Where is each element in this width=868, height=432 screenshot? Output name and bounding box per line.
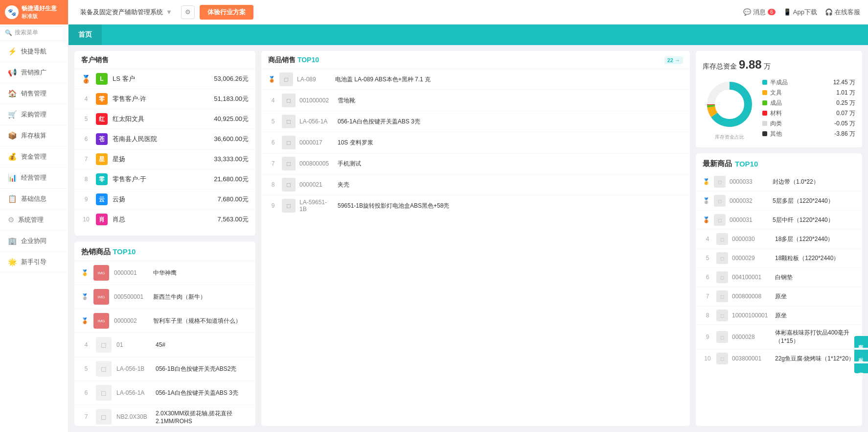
newest-products-list: 🥇 ◻ 0000033 封边带（1.0*22） 🥈 ◻ 0000032 5层多层… xyxy=(696,172,862,368)
logo-icon: 🐾 xyxy=(5,5,19,19)
sidebar-logo: 🐾 畅捷通好生意 标准版 xyxy=(0,0,68,24)
legend-item-1: 文具 1.01 万 xyxy=(762,89,855,97)
marketing-icon: 📢 xyxy=(8,68,17,77)
newest-img-1: ◻ xyxy=(714,176,726,188)
customer-row-9: 9 云 云扬 7,680.00元 xyxy=(74,190,255,210)
tab-home[interactable]: 首页 xyxy=(69,24,102,45)
newest-row-5: 5 ◻ 0000029 18颗粒板（1220*2440） xyxy=(696,249,862,268)
legend-dot-0 xyxy=(762,80,767,85)
sidebar-item-basic-info[interactable]: 📋 基础信息 xyxy=(0,189,68,210)
product-sales-panel: 商品销售 TOP10 22 → 🥉 ◻ LA-089 电池盖 LA-089 AB… xyxy=(261,51,690,426)
product-img-8: ◻ xyxy=(282,178,296,192)
product-row-8: 8 ◻ 0000021 夹壳 xyxy=(261,174,690,195)
customer-row-4: 4 零 零售客户·许 51,183.00元 xyxy=(74,89,255,109)
sidebar-item-enterprise[interactable]: 🏢 企业协同 xyxy=(0,231,68,252)
hot-product-4: 4 ◻ 01 45# xyxy=(74,333,255,357)
float-service-community[interactable]: 服务社区 xyxy=(854,350,868,361)
newest-img-3: ◻ xyxy=(714,214,726,226)
product-row-4: 4 ◻ 001000002 雪地靴 xyxy=(261,90,690,111)
sidebar-item-purchase[interactable]: 🛒 采购管理 xyxy=(0,104,68,125)
customer-badge-xiao: 肖 xyxy=(96,214,108,225)
sidebar-item-operations[interactable]: 📊 经营管理 xyxy=(0,168,68,189)
legend-item-4: 肉类 -0.05 万 xyxy=(762,120,855,128)
chevron-down-icon: ▼ xyxy=(166,8,172,16)
online-service-button[interactable]: 🎧 在线客服 xyxy=(825,8,860,17)
customer-row-8: 8 零 零售客户·于 21,680.00元 xyxy=(74,169,255,190)
customer-sales-panel: 客户销售 🥉 L LS 客户 53,006.26元 4 xyxy=(74,51,255,426)
newest-row-7: 7 ◻ 000800008 原坐 xyxy=(696,287,862,306)
inventory-icon: 📦 xyxy=(8,131,17,140)
sidebar-item-quick-nav[interactable]: ⚡ 快捷导航 xyxy=(0,41,68,62)
legend-dot-4 xyxy=(762,121,767,126)
messages-button[interactable]: 💬 消息 6 xyxy=(743,8,776,17)
headset-icon: 🎧 xyxy=(825,8,833,16)
sidebar-item-system[interactable]: ⚙ 系统管理 xyxy=(0,210,68,231)
content-area: 客户销售 🥉 L LS 客户 53,006.26元 4 xyxy=(69,45,868,432)
customer-badge-yun: 云 xyxy=(96,193,108,205)
legend-dot-5 xyxy=(762,131,767,136)
newest-row-10: 10 ◻ 003800001 22g鱼豆腐·烧烤味（1*12*20） xyxy=(696,349,862,368)
sidebar-item-inventory[interactable]: 📦 库存核算 xyxy=(0,125,68,146)
enterprise-icon: 🏢 xyxy=(8,237,17,245)
sidebar-item-marketing[interactable]: 📢 营销推广 xyxy=(0,62,68,83)
gear-button[interactable]: ⚙ xyxy=(181,5,195,19)
inventory-card: 库存总资金 9.88 万 xyxy=(696,51,862,147)
newest-row-3: 🥉 ◻ 0000031 5层中纤（1220*2440） xyxy=(696,211,862,230)
legend-item-5: 其他 -3.86 万 xyxy=(762,130,855,138)
main-area: 装备及固定资产辅助管理系统 ▼ ⚙ 体验行业方案 💬 消息 6 📱 App下载 … xyxy=(69,0,868,432)
newest-products-card: 最新商品 TOP10 🥇 ◻ 0000033 封边带（1.0*22） 🥈 ◻ xyxy=(696,153,862,426)
inventory-legend: 半成品 12.45 万 文具 1.01 万 成品 0 xyxy=(762,78,855,140)
customer-sales-card: 客户销售 🥉 L LS 客户 53,006.26元 4 xyxy=(74,51,255,236)
sidebar-item-sales[interactable]: 🏠 销售管理 xyxy=(0,83,68,104)
content-wrapper: 客户销售 🥉 L LS 客户 53,006.26元 4 xyxy=(74,51,862,426)
operations-icon: 📊 xyxy=(8,173,17,182)
trial-button[interactable]: 体验行业方案 xyxy=(200,5,253,20)
sidebar-item-guide[interactable]: 🌟 新手引导 xyxy=(0,252,68,273)
search-icon: 🔍 xyxy=(5,29,12,36)
donut-chart xyxy=(703,77,756,131)
inventory-total: 库存总资金 9.88 万 xyxy=(703,58,855,72)
customer-row-3: 🥉 L LS 客户 53,006.26元 xyxy=(74,69,255,89)
newest-row-4: 4 ◻ 0000030 18多层（1220*2440） xyxy=(696,230,862,249)
legend-item-2: 成品 0.25 万 xyxy=(762,99,855,107)
newest-img-6: ◻ xyxy=(716,271,728,283)
newest-row-8: 8 ◻ 10000100001 原坐 xyxy=(696,306,862,325)
newest-medal-2-icon: 🥈 xyxy=(703,197,710,204)
app-download-button[interactable]: 📱 App下载 xyxy=(783,8,817,17)
hot-product-5: 5 ◻ LA-056-1B 056-1B白色按键开关壳ABS2壳 xyxy=(74,357,255,381)
hot-img-2: IMG xyxy=(93,289,109,305)
customer-badge-red: 红 xyxy=(96,113,108,125)
product-img-4: ◻ xyxy=(282,94,296,107)
hot-img-5: ◻ xyxy=(96,361,112,377)
product-row-9: 9 ◻ LA-59651-1B 59651-1B旋转投影灯电池盒ABS黑色+58… xyxy=(261,195,690,216)
product-img-6: ◻ xyxy=(282,136,296,149)
customer-badge-xing: 星 xyxy=(96,153,108,165)
sidebar-item-finance[interactable]: 💰 资金管理 xyxy=(0,146,68,168)
system-selector[interactable]: 装备及固定资产辅助管理系统 ▼ xyxy=(76,6,176,19)
hot-img-1: IMG xyxy=(93,265,109,281)
hot-img-4: ◻ xyxy=(96,337,112,353)
newest-medal-3-icon: 🥉 xyxy=(703,216,710,223)
product-medal-3-icon: 🥉 xyxy=(268,76,275,83)
newest-img-9: ◻ xyxy=(716,331,728,343)
sales-icon: 🏠 xyxy=(8,89,17,98)
newest-img-7: ◻ xyxy=(716,290,728,302)
newest-row-1: 🥇 ◻ 0000033 封边带（1.0*22） xyxy=(696,172,862,192)
medal-3-icon: 🥉 xyxy=(81,74,91,84)
hot-product-2: 🥈 IMG 000500001 新西兰牛肉（新牛） xyxy=(74,285,255,309)
inventory-chart-area: 库存资金占比 半成品 12.45 万 文具 1.01 万 xyxy=(703,77,855,141)
hot-products-card: 热销商品 TOP10 🥇 IMG 0000001 中华神鹰 🥈 xyxy=(74,241,255,426)
hot-img-6: ◻ xyxy=(96,385,112,401)
legend-dot-2 xyxy=(762,100,767,105)
newest-medal-1-icon: 🥇 xyxy=(703,178,710,185)
hot-medal-1-icon: 🥇 xyxy=(81,269,89,276)
float-service-live[interactable]: 直播 xyxy=(854,363,868,373)
product-img-5: ◻ xyxy=(282,115,296,128)
customer-row-6: 6 苍 苍南县人民医院 36,600.00元 xyxy=(74,129,255,149)
hot-medal-3-icon: 🥉 xyxy=(81,317,89,324)
hot-product-3: 🥉 IMG 0000002 智利车子里（规格不知道填什么） xyxy=(74,309,255,333)
search-menu[interactable]: 🔍 搜索菜单 xyxy=(0,24,68,41)
header-right: 💬 消息 6 📱 App下载 🎧 在线客服 xyxy=(743,8,860,17)
float-service-hotline[interactable]: 客服热线 xyxy=(854,336,868,348)
customer-badge-zero2: 零 xyxy=(96,173,108,185)
